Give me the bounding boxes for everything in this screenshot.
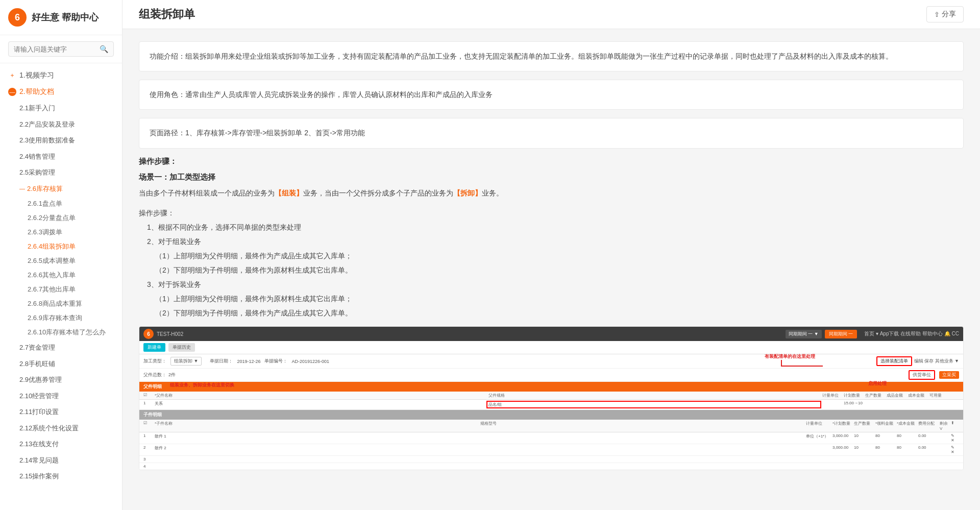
cr1-8: 80 [897, 433, 917, 443]
sidebar-item-2-6-1[interactable]: 2.6.1盘点单 [28, 197, 122, 211]
mock-col-h6: 生产数量 [865, 393, 886, 398]
cr1-1: 1 [143, 433, 154, 443]
path-card: 页面路径：1、库存核算->库存管理->组装拆卸单 2、首页->常用功能 [139, 118, 964, 148]
logo-area: 6 好生意 帮助中心 [0, 0, 122, 35]
nav-group-2: — 2.帮助文档 2.1新手入门 2.2产品安装及登录 2.3使用前数据准备 2… [0, 84, 122, 484]
cr2-1: 2 [143, 445, 154, 454]
mock-cell-1-7 [887, 401, 907, 408]
mock-form-row: 加工类型： 组装拆卸 ▼ 单据日期： 2019-12-26 单据编号： AD-2… [139, 354, 963, 369]
mock-tab-history: 单据历史 [168, 343, 195, 352]
mock-select-bom-area: 选择装配清单 编辑 保存 其他业务 ▼ [876, 356, 959, 366]
sidebar-item-2-6[interactable]: — 2.6库存核算 [19, 181, 122, 197]
mock-child-row2: 2 散件 2 3,000.00 10 80 80 0.00 ✎ ✕ [139, 444, 963, 456]
cr2-9: 0.00 [918, 445, 939, 454]
mock-child-row1: 1 散件 1 单位（+1*） 3,000.00 10 80 80 0.00 ✎ … [139, 432, 963, 444]
page-title: 组装拆卸单 [139, 7, 195, 22]
sidebar: 6 好生意 帮助中心 🔍 + 1.视频学习 — 2.帮助文档 2.1新手入门 2… [0, 0, 122, 510]
cr1-4: 单位（+1*） [806, 433, 831, 443]
mock-child-header: ☑ *子件名称 规格型号 计量单位 *计划数量 生产数量 *领料金额 *成本金额… [139, 420, 963, 432]
sidebar-item-2-11[interactable]: 2.11打印设置 [19, 404, 122, 420]
cr1-5: 3,000.00 [832, 433, 853, 443]
sidebar-item-2-6-8[interactable]: 2.6.8商品成本重算 [28, 297, 122, 311]
annotation-2: 组装业务、拆卸业务在这里切换 [170, 382, 234, 388]
steps-title: 操作步骤： [139, 206, 964, 220]
sidebar-item-2-13[interactable]: 2.13在线支付 [19, 436, 122, 452]
mock-date-label: 单据日期： [210, 358, 233, 365]
mock-tabs: 新建单 单据历史 [139, 341, 963, 354]
step-2: 2、对于组装业务 [147, 234, 964, 249]
mock-search-input-highlighted: 供货单位 [909, 370, 935, 380]
sidebar-item-2-7[interactable]: 2.7资金管理 [19, 339, 122, 356]
sidebar-item-2-15[interactable]: 2.15操作案例 [19, 468, 122, 484]
sidebar-item-help[interactable]: — 2.帮助文档 [0, 84, 122, 100]
mock-child-h3: 规格型号 [480, 421, 805, 431]
sidebar-item-2-2[interactable]: 2.2产品安装及登录 [19, 116, 122, 133]
mock-type-select: 组装拆卸 ▼ [170, 357, 202, 366]
nav-sub-2-6: 2.6.1盘点单 2.6.2分量盘点单 2.6.3调拨单 2.6.4组装拆卸单 … [19, 197, 122, 339]
cr1-10 [940, 433, 950, 443]
sidebar-item-2-6-6[interactable]: 2.6.6其他入库单 [28, 268, 122, 282]
sidebar-item-2-6-label: 2.6库存核算 [27, 184, 63, 194]
search-area: 🔍 [0, 35, 122, 63]
step-3-1: （1）上部明细为父件明细，最终作为原材料生成其它出库单； [155, 292, 964, 306]
sidebar-item-2-9[interactable]: 2.9优惠券管理 [19, 372, 122, 388]
sidebar-item-2-6-9[interactable]: 2.6.9库存账本查询 [28, 311, 122, 325]
sidebar-item-2-6-3[interactable]: 2.6.3调拨单 [28, 225, 122, 239]
sidebar-item-2-6-2[interactable]: 2.6.2分量盘点单 [28, 211, 122, 225]
sidebar-item-2-6-5[interactable]: 2.6.5成本调整单 [28, 254, 122, 268]
sidebar-item-2-1[interactable]: 2.1新手入门 [19, 100, 122, 116]
search-box[interactable]: 🔍 [8, 41, 114, 57]
mock-col-h7: 成品金额 [887, 393, 907, 398]
mock-logo: 6 [143, 329, 154, 339]
mock-child-row3: 3 [139, 456, 963, 463]
mock-child-h11: ⬆ [951, 421, 959, 431]
mock-parent-row1: 1 关系 品名/组 15.00→10 [139, 400, 963, 410]
mock-cell-1-5: 15.00→10 [844, 401, 864, 408]
mock-cell-highlighted: 品名/组 [486, 401, 821, 408]
mock-cell-1-1: 1 [143, 401, 154, 408]
search-icon[interactable]: 🔍 [100, 45, 108, 53]
cr1-3 [480, 433, 805, 443]
sidebar-item-2-6-4[interactable]: 2.6.4组装拆卸单 [28, 239, 122, 254]
mock-cell-1-9 [929, 401, 950, 408]
sidebar-item-2-14[interactable]: 2.14常见问题 [19, 452, 122, 469]
sidebar-item-2-6-10[interactable]: 2.6.10库存账本错了怎么办 [28, 325, 122, 339]
screenshot-wrapper: 6 TEST-H002 同期期间 一 ▼ 同期期间 一 首页 ▾ App下载 在… [139, 326, 964, 470]
mock-parent-header: ☑ *父件名称 父件规格 计量单位 计划数量 生产数量 成品金额 成本金额 可用… [139, 392, 963, 400]
mock-child-h9: 费用分配 [918, 421, 939, 431]
cr2-6: 10 [854, 445, 874, 454]
mock-child-h6: 生产数量 [854, 421, 874, 431]
mock-app-name: TEST-H002 [157, 331, 183, 337]
sidebar-item-2-10[interactable]: 2.10经营管理 [19, 388, 122, 404]
mock-child-h1: ☑ [143, 421, 154, 431]
mock-col-h10 [951, 393, 959, 398]
mock-count-val: 2件 [168, 372, 176, 378]
sidebar-item-2-6-7[interactable]: 2.6.7其他出库单 [28, 282, 122, 297]
mock-type-label: 加工类型： [143, 358, 166, 365]
cr2-10 [940, 445, 950, 454]
nav-group-1: + 1.视频学习 [0, 67, 122, 84]
sidebar-item-2-8[interactable]: 2.8手机旺铺 [19, 356, 122, 372]
sidebar-item-2-4[interactable]: 2.4销售管理 [19, 149, 122, 165]
sidebar-item-video[interactable]: + 1.视频学习 [0, 67, 122, 84]
cr2-7: 80 [875, 445, 896, 454]
step-3: 3、对于拆装业务 [147, 277, 964, 292]
intro-text: 功能介绍：组装拆卸单用来处理企业组装或拆卸等加工业务，支持有固定装配清单的产品加… [150, 52, 893, 60]
cr1-9: 0.00 [918, 433, 939, 443]
sidebar-item-2-5[interactable]: 2.5采购管理 [19, 164, 122, 181]
cr2-11: ✎ ✕ [951, 445, 959, 454]
mock-cell-1-10 [951, 401, 959, 408]
share-button[interactable]: ⇧ 分享 [926, 6, 964, 22]
cr1-7: 80 [875, 433, 896, 443]
cr3-1: 3 [143, 457, 154, 462]
sidebar-item-2-12[interactable]: 2.12系统个性化设置 [19, 420, 122, 436]
logo-icon: 6 [8, 8, 27, 27]
collapse-icon-2-6: — [19, 184, 25, 193]
sidebar-item-2-3[interactable]: 2.3使用前数据准备 [19, 132, 122, 149]
step-2-2: （2）下部明细为子件明细，最终作为原材料生成其它出库单。 [155, 263, 964, 277]
mock-col-h3: 父件规格 [488, 393, 821, 398]
cr2-2: 散件 2 [155, 445, 479, 454]
search-input[interactable] [14, 45, 100, 53]
annotation-1: 有装配清单的在这里处理 [765, 353, 815, 360]
step-1: 1、根据不同的业务，选择不同单据的类型来处理 [147, 220, 964, 234]
